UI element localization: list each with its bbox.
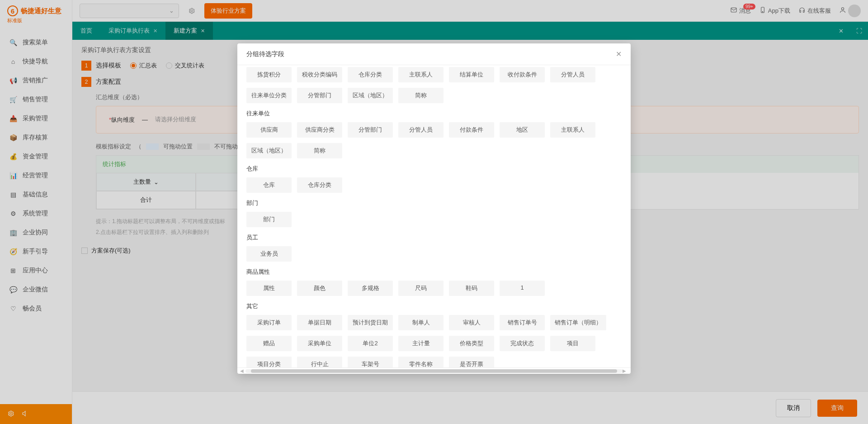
field-chip[interactable]: 分管人员 [550,67,595,82]
field-chip[interactable]: 付款条件 [449,122,494,138]
field-chip[interactable]: 审核人 [449,315,494,330]
field-chip[interactable]: 简称 [297,143,342,158]
field-chip[interactable]: 分管部门 [348,122,393,138]
chip-row: 采购订单单据日期预计到货日期制单人审核人销售订单号销售订单（明细）赠品采购单位单… [246,315,622,367]
dialog-body: 拣货积分税收分类编码仓库分类主联系人结算单位收付款条件分管人员往来单位分类分管部… [237,65,631,367]
field-chip[interactable]: 分管人员 [398,122,443,138]
group-title: 其它 [246,302,622,310]
scroll-left-icon[interactable]: ◀ [240,368,245,373]
field-chip[interactable]: 多规格 [348,281,393,296]
field-chip[interactable]: 制单人 [398,315,443,330]
field-chip[interactable]: 完成状态 [500,336,545,351]
chip-row: 仓库仓库分类 [246,177,622,193]
field-chip[interactable]: 零件名称 [398,357,443,367]
chip-row: 属性颜色多规格尺码鞋码1 [246,281,622,296]
field-chip[interactable]: 结算单位 [449,67,494,82]
field-chip[interactable]: 往来单位分类 [246,88,292,103]
field-chip[interactable]: 项目 [550,336,595,351]
field-chip[interactable]: 属性 [246,281,292,296]
field-chip[interactable]: 是否开票 [449,357,494,367]
field-chip[interactable]: 业务员 [246,246,292,262]
chip-row: 部门 [246,212,622,227]
scroll-right-icon[interactable]: ▶ [623,368,628,373]
field-chip[interactable]: 拣货积分 [246,67,292,82]
dialog-title: 分组待选字段 [246,50,284,58]
group-fields-dialog: 分组待选字段 ✕ 拣货积分税收分类编码仓库分类主联系人结算单位收付款条件分管人员… [237,43,631,374]
field-chip[interactable]: 区域（地区） [246,143,292,158]
group-title: 商品属性 [246,268,622,276]
field-chip[interactable]: 鞋码 [449,281,494,296]
field-chip[interactable]: 供应商 [246,122,292,138]
field-chip[interactable]: 主联系人 [550,122,595,138]
field-chip[interactable]: 地区 [500,122,545,138]
group-title: 仓库 [246,165,622,173]
field-chip[interactable]: 主计量 [398,336,443,351]
field-chip[interactable]: 分管部门 [297,88,342,103]
close-icon[interactable]: ✕ [616,50,622,58]
field-chip[interactable]: 1 [500,281,545,296]
field-chip[interactable]: 项目分类 [246,357,292,367]
chip-row: 业务员 [246,246,622,262]
field-chip[interactable]: 销售订单（明细） [550,315,606,330]
field-chip[interactable]: 销售订单号 [500,315,545,330]
dialog-scrollbar[interactable]: ◀ ▶ [237,367,631,374]
field-chip[interactable]: 颜色 [297,281,342,296]
chip-row: 供应商供应商分类分管部门分管人员付款条件地区主联系人区域（地区）简称 [246,122,622,158]
field-chip[interactable]: 部门 [246,212,292,227]
field-chip[interactable]: 税收分类编码 [297,67,342,82]
field-chip[interactable]: 区域（地区） [348,88,393,103]
group-title: 员工 [246,233,622,242]
field-chip[interactable]: 采购单位 [297,336,342,351]
field-chip[interactable]: 收付款条件 [500,67,545,82]
group-title: 部门 [246,199,622,207]
field-chip[interactable]: 供应商分类 [297,122,342,138]
field-chip[interactable]: 赠品 [246,336,292,351]
field-chip[interactable]: 行中止 [297,357,342,367]
modal-overlay: 分组待选字段 ✕ 拣货积分税收分类编码仓库分类主联系人结算单位收付款条件分管人员… [0,0,868,424]
field-chip[interactable]: 仓库 [246,177,292,193]
field-chip[interactable]: 单位2 [348,336,393,351]
field-chip[interactable]: 预计到货日期 [348,315,393,330]
scroll-thumb[interactable] [251,369,617,373]
field-chip[interactable]: 单据日期 [297,315,342,330]
field-chip[interactable]: 主联系人 [398,67,443,82]
field-chip[interactable]: 仓库分类 [297,177,342,193]
field-chip[interactable]: 价格类型 [449,336,494,351]
field-chip[interactable]: 车架号 [348,357,393,367]
group-title: 往来单位 [246,110,622,118]
field-chip[interactable]: 尺码 [398,281,443,296]
field-chip[interactable]: 采购订单 [246,315,292,330]
field-chip[interactable]: 简称 [398,88,443,103]
chip-row: 拣货积分税收分类编码仓库分类主联系人结算单位收付款条件分管人员往来单位分类分管部… [246,67,622,103]
field-chip[interactable]: 仓库分类 [348,67,393,82]
